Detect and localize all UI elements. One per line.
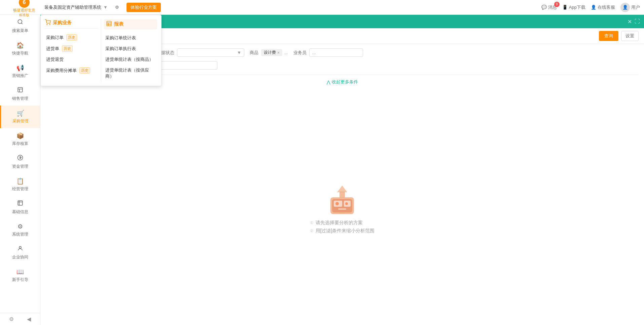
svg-rect-21 <box>338 208 346 210</box>
incoming-stat-supplier-item[interactable]: 进货单统计表（按供应商） <box>104 65 157 82</box>
svg-point-25 <box>49 24 50 25</box>
svg-point-24 <box>47 24 47 25</box>
industry-button[interactable]: 体验行业方案 <box>127 3 161 12</box>
status-filter: 单据状态 ▼ <box>157 48 244 57</box>
sidebar-item-purchase-label: 采购管理 <box>12 118 29 124</box>
status-dropdown-icon: ▼ <box>237 50 241 55</box>
sidebar-item-capital[interactable]: 资金管理 <box>0 151 40 173</box>
svg-rect-2 <box>18 87 23 92</box>
logo-text: 畅捷通好生意 <box>13 8 35 13</box>
goods-tag-close[interactable]: × <box>277 50 280 55</box>
dropdown-arrow-icon[interactable]: ▼ <box>103 5 108 10</box>
goods-tag: 设计费 × <box>261 49 282 56</box>
sidebar-item-operation[interactable]: 📋 经营管理 <box>0 173 40 196</box>
goods-filter: 商品 设计费 × ... <box>250 49 288 56</box>
empty-text-area: ① 请先选择要分析的方案 ② 用[过滤]条件来缩小分析范围 <box>310 220 375 234</box>
avatar: 👤 <box>620 3 630 12</box>
collapse-arrow-icon: ⋀ <box>327 80 330 85</box>
online-service-button[interactable]: 👤 在线客服 <box>591 4 615 10</box>
message-icon: 💬 <box>541 5 547 10</box>
sidebar-item-enterprise-label: 企业协同 <box>12 254 28 260</box>
collapse-button[interactable]: ⋀ 收起更多条件 <box>325 77 360 87</box>
svg-rect-6 <box>18 201 23 205</box>
sidebar-item-marketing-label: 营销推广 <box>12 73 28 79</box>
operation-icon: 📋 <box>16 177 24 185</box>
sidebar-item-enterprise[interactable]: 企业协同 <box>0 241 40 264</box>
system-title-area: 装备及固定资产辅助管理系统 ▼ ⚙ 体验行业方案 <box>44 3 161 12</box>
settings-button[interactable]: 设置 <box>621 31 639 41</box>
sidebar-item-purchase[interactable]: 🛒 采购管理 <box>0 106 40 128</box>
sidebar-item-system[interactable]: ⚙ 系统管理 <box>0 219 40 241</box>
sidebar-item-sales-label: 销售管理 <box>12 96 28 101</box>
svg-rect-26 <box>107 21 111 26</box>
sidebar-item-basic-label: 基础信息 <box>12 209 28 215</box>
home-icon: 🏠 <box>16 42 24 49</box>
salesman-input[interactable]: ... <box>309 48 363 57</box>
purchase-order-stat-item[interactable]: 采购订单统计表 <box>104 33 157 43</box>
query-button[interactable]: 查询 <box>599 31 618 41</box>
system-icon: ⚙ <box>17 223 23 230</box>
return-goods-item[interactable]: 进货退货 <box>45 54 98 65</box>
sidebar-item-inventory[interactable]: 📦 库存核算 <box>0 128 40 151</box>
capital-icon <box>17 155 23 162</box>
user-area[interactable]: 👤 用户 <box>620 3 640 12</box>
empty-hint-2: ② 用[过滤]条件来缩小分析范围 <box>310 228 375 234</box>
sidebar-item-marketing[interactable]: 📢 营销推广 <box>0 60 40 83</box>
gear-button[interactable]: ⚙ <box>112 3 122 12</box>
svg-point-9 <box>19 246 21 248</box>
top-right-area: 💬 消息 9 📱 App下载 👤 在线客服 👤 用户 <box>541 3 640 12</box>
incoming-stat-supplier-label: 进货单统计表（按供应商） <box>105 67 156 79</box>
inventory-icon: 📦 <box>16 132 24 139</box>
purchase-dropdown-menu: 采购业务 采购订单 历史 进货单 历史 进货退货 采购费用分摊单 历史 报表 采… <box>40 15 162 86</box>
purchase-expense-history-badge: 历史 <box>79 67 90 74</box>
incoming-order-item[interactable]: 进货单 历史 <box>45 43 98 54</box>
sidebar-settings-button[interactable]: ⚙ <box>9 316 14 322</box>
svg-point-20 <box>345 202 348 205</box>
sidebar-collapse-button[interactable]: ◀ <box>27 316 31 322</box>
sidebar-item-guide-label: 新手引导 <box>12 277 28 283</box>
sidebar-bottom: ⚙ ◀ <box>0 313 40 325</box>
goods-dots[interactable]: ... <box>284 50 288 55</box>
incoming-stat-goods-label: 进货单统计表（按商品） <box>105 56 153 63</box>
svg-point-0 <box>18 19 22 24</box>
purchase-order-item[interactable]: 采购订单 历史 <box>45 32 98 43</box>
incoming-order-history-badge: 历史 <box>62 45 73 52</box>
message-button[interactable]: 💬 消息 9 <box>541 4 557 10</box>
goods-label: 商品 <box>250 50 258 56</box>
svg-point-19 <box>335 202 339 205</box>
report-section-icon <box>106 21 112 28</box>
sidebar-item-guide[interactable]: 📖 新手引导 <box>0 264 40 287</box>
purchase-icon: 🛒 <box>17 110 24 117</box>
purchase-expense-item[interactable]: 采购费用分摊单 历史 <box>45 65 98 76</box>
purchase-order-exec-label: 采购订单执行表 <box>105 46 136 52</box>
purchase-section-icon <box>45 19 51 26</box>
sidebar-item-nav[interactable]: 🏠 快捷导航 <box>0 38 40 60</box>
menu-divider <box>101 19 101 82</box>
incoming-order-label: 进货单 <box>46 46 59 52</box>
status-input[interactable]: ▼ <box>177 48 244 57</box>
salesman-filter: 业务员 ... <box>293 48 363 57</box>
sidebar-item-capital-label: 资金管理 <box>12 164 28 169</box>
tab-close-all-icon[interactable]: ✕ <box>628 18 632 25</box>
salesman-dots[interactable]: ... <box>312 50 316 55</box>
tab-expand-icon[interactable]: ⛶ <box>635 18 640 25</box>
sidebar-item-system-label: 系统管理 <box>12 232 28 237</box>
empty-hint-1: ① 请先选择要分析的方案 <box>310 220 363 226</box>
app-icon: 📱 <box>562 5 568 10</box>
purchase-order-label: 采购订单 <box>46 35 64 41</box>
top-bar: 6 畅捷通好生意 标准版 装备及固定资产辅助管理系统 ▼ ⚙ 体验行业方案 💬 … <box>0 0 644 15</box>
sidebar-item-basic[interactable]: 基础信息 <box>0 196 40 219</box>
purchase-order-exec-item[interactable]: 采购订单执行表 <box>104 43 157 54</box>
guide-icon: 📖 <box>16 268 24 276</box>
enterprise-icon <box>17 245 23 253</box>
app-download-button[interactable]: 📱 App下载 <box>562 4 585 10</box>
salesman-label: 业务员 <box>293 50 307 56</box>
purchase-expense-label: 采购费用分摊单 <box>46 68 77 74</box>
sales-icon <box>17 87 23 94</box>
sidebar: 搜索菜单 🏠 快捷导航 📢 营销推广 销售管理 🛒 采购管理 📦 库存核算 <box>0 15 40 325</box>
logo-sub: 标准版 <box>19 13 29 17</box>
sidebar-item-sales[interactable]: 销售管理 <box>0 83 40 106</box>
sidebar-item-search[interactable]: 搜索菜单 <box>0 15 40 38</box>
svg-marker-22 <box>337 186 347 192</box>
incoming-stat-goods-item[interactable]: 进货单统计表（按商品） <box>104 54 157 65</box>
